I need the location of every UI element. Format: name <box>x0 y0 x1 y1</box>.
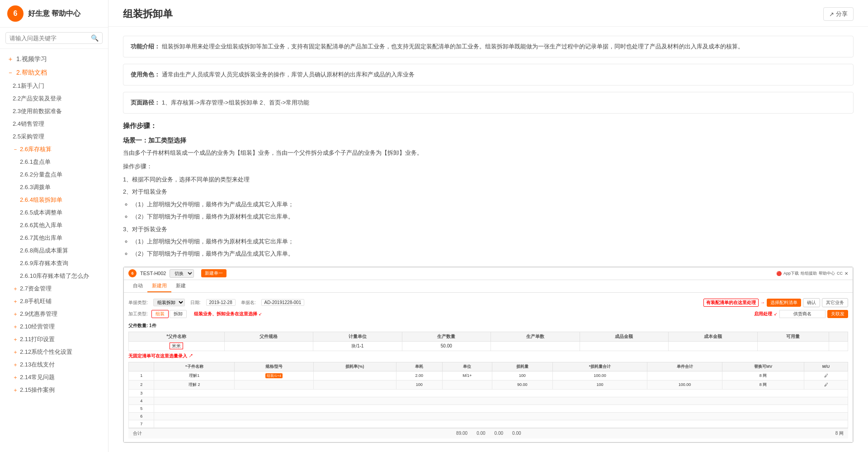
step2: 2、对于组装业务 <box>123 186 854 197</box>
page-title: 组装拆卸单 <box>123 7 173 21</box>
mock-btn-action[interactable]: 其它业务 <box>822 298 848 307</box>
mock-tab-auto[interactable]: 自动 <box>128 280 147 292</box>
main-content: 组装拆卸单 ↗ 分享 功能介绍： 组装拆卸单用来处理企业组装或拆卸等加工业务，支… <box>108 0 868 452</box>
step3-2: （2）下部明细为子件明细，最终作为产成品生成其它入库单。 <box>132 248 854 259</box>
step2-sub: （1）上部明细为父件明细，最终作为产成品生成其它入库单； （2）下部明细为子件明… <box>132 199 854 222</box>
mock-title: TEST-H002 <box>140 271 166 276</box>
mock-main-table-label: 父件数量: 1件 <box>128 323 848 329</box>
table-row: 米米 块/1-1 50.00 <box>129 341 848 351</box>
mock-sure-btn[interactable]: 关联发 <box>827 310 848 318</box>
step3-sub: （1）上部明细为父件明细，最终作为原材料生成其它出库单； （2）下部明细为子件明… <box>132 236 854 259</box>
content-area: 功能介绍： 组装拆卸单用来处理企业组装或拆卸等加工业务，支持有固定装配清单的产品… <box>108 27 868 452</box>
table-row: 6 <box>129 412 848 420</box>
sidebar-item-doc-intro[interactable]: 2.1新手入门 <box>0 80 108 92</box>
sidebar-item-print[interactable]: ＋ 2.11打印设置 <box>0 333 108 346</box>
search-input[interactable] <box>9 35 91 42</box>
sidebar-item-doc-sales[interactable]: 2.4销售管理 <box>0 118 108 130</box>
sidebar-item-faq[interactable]: ＋ 2.14常见问题 <box>0 371 108 384</box>
mock-select[interactable]: 切换 <box>170 269 194 278</box>
step1: 1、根据不同的业务，选择不同单据的类型来处理 <box>123 174 854 185</box>
sidebar-item-otherout[interactable]: 2.6.7其他出库单 <box>0 232 108 244</box>
search-area: 🔍 <box>0 28 108 49</box>
scenario1-title: 场景一：加工类型选择 <box>123 137 854 145</box>
mock-btn-neworder[interactable]: 新建单一 <box>201 269 226 277</box>
sidebar-item-cases[interactable]: ＋ 2.15操作案例 <box>0 384 108 396</box>
sidebar-item-stockcount[interactable]: 2.6.1盘点单 <box>0 156 108 168</box>
path-text: 1、库存核算->库存管理->组装拆卸单 2、首页->常用功能 <box>162 99 310 106</box>
annotation-bom: 有装配清单的在这里处理 <box>703 299 759 307</box>
sidebar-item-doc-purchase[interactable]: 2.5采购管理 <box>0 130 108 143</box>
sidebar-item-payment[interactable]: ＋ 2.13在线支付 <box>0 358 108 371</box>
sidebar-item-splitcount[interactable]: 2.6.2分量盘点单 <box>0 168 108 181</box>
search-box[interactable]: 🔍 <box>5 32 103 44</box>
sidebar-item-costadj[interactable]: 2.6.5成本调整单 <box>0 206 108 219</box>
sidebar-item-assembly[interactable]: 2.6.4组装拆卸单 <box>0 194 108 206</box>
mock-titlebar: 6 TEST-H002 切换 新建单一 🔴 App下载 给组援助 帮助中心 CC <box>124 267 853 280</box>
function-intro-text: 组装拆卸单用来处理企业组装或拆卸等加工业务，支持有固定装配清单的产品加工业务，也… <box>162 43 744 50</box>
mock-tab-new[interactable]: 新建 <box>171 280 190 292</box>
mock-tabbar: 自动 新建用 新建 <box>124 280 853 293</box>
function-intro-label: 功能介绍： <box>131 43 160 50</box>
scenario1-ops: 操作步骤： <box>123 161 854 171</box>
mock-type-select[interactable]: 组装拆卸 <box>153 299 185 306</box>
sidebar: 6 好生意 帮助中心 🔍 ＋ 1.视频学习 － 2.帮助文档 2.1新手入门 2… <box>0 0 108 452</box>
mock-parent-table: *父件名称 父件规格 计量单位 生产数量 生产单数 成品金额 成本金额 可用量 <box>128 332 848 351</box>
path-label: 页面路径： <box>131 99 160 106</box>
step3: 3、对于拆装业务 <box>123 224 854 234</box>
table-row: 2 理解 2 100 90.00 100 100.00 8 网 🖊 <box>129 380 848 389</box>
mock-supplier-input: 供货商名 <box>779 310 826 318</box>
sidebar-item-finance[interactable]: ＋ 2.7资金管理 <box>0 282 108 295</box>
use-role-label: 使用角色： <box>131 71 160 78</box>
logo-text: 好生意 帮助中心 <box>28 9 80 19</box>
table-row: 3 <box>129 389 848 397</box>
sidebar-item-videos[interactable]: ＋ 1.视频学习 <box>0 52 108 66</box>
table-row: 5 <box>129 404 848 412</box>
sidebar-item-otherin[interactable]: 2.6.6其他入库单 <box>0 219 108 232</box>
mock-form-area: 单据类型: 组装拆卸 日期: 2019-12-28 单据名: AD-201912… <box>124 293 853 442</box>
logo-area: 6 好生意 帮助中心 <box>0 0 108 28</box>
mock-btn-confirm[interactable]: 确认 <box>803 298 820 307</box>
share-icon: ↗ <box>829 11 834 18</box>
collapse-icon: － <box>7 69 14 77</box>
mock-toolbar: 🔴 App下载 给组援助 帮助中心 CC ✕ <box>776 271 848 276</box>
mock-select-bom-btn[interactable]: 选择配料清单 <box>767 299 801 307</box>
annotation-fixed-qty: 无固定清单可在这里选量录入 ↗ <box>128 353 848 359</box>
sidebar-item-coupon[interactable]: ＋ 2.9优惠券管理 <box>0 308 108 320</box>
function-intro-block: 功能介绍： 组装拆卸单用来处理企业组装或拆卸等加工业务，支持有固定装配清单的产品… <box>123 36 854 57</box>
step2-2: （2）下部明细为子件明细，最终作为原材料生成其它出库单。 <box>132 211 854 222</box>
logo-icon: 6 <box>7 5 24 22</box>
mock-type-radio: 组装 拆卸 <box>151 310 187 318</box>
sidebar-item-doc-inventory[interactable]: － 2.6库存核算 <box>0 143 108 156</box>
parent-item-cell: 米米 <box>170 343 183 349</box>
annotation-enable: 启用处理 <box>754 311 772 317</box>
mock-logo-icon: 6 <box>128 269 137 277</box>
nav-tree: ＋ 1.视频学习 － 2.帮助文档 2.1新手入门 2.2产品安装及登录 2.3… <box>0 49 108 452</box>
scenario1-desc: 当由多个子件材料组装成一个成品的业务为【组装】业务，当由一个父件拆分成多个子产品… <box>123 147 854 158</box>
sidebar-item-stockcheck[interactable]: 2.6.9库存账本查询 <box>0 257 108 270</box>
sidebar-item-docs[interactable]: － 2.帮助文档 <box>0 66 108 80</box>
mock-child-table: *子件名称 规格/型号 损耗率(%) 单耗 单位 损耗量 *损耗量合计 单件合计… <box>128 362 848 428</box>
sidebar-item-adjust[interactable]: 2.6.3调拨单 <box>0 181 108 194</box>
sidebar-item-ops[interactable]: ＋ 2.10经营管理 <box>0 320 108 333</box>
mock-date: 2019-12-28 <box>206 299 236 306</box>
sidebar-item-doc-install[interactable]: 2.2产品安装及登录 <box>0 92 108 105</box>
search-icon[interactable]: 🔍 <box>91 34 99 42</box>
sidebar-item-costcalc[interactable]: 2.6.8商品成本重算 <box>0 244 108 257</box>
mock-docno: AD-20191228-001 <box>261 299 305 306</box>
step2-1: （1）上部明细为父件明细，最终作为产成品生成其它入库单； <box>132 199 854 209</box>
table-row: 7 <box>129 420 848 428</box>
sub-collapse-icon: － <box>13 146 18 153</box>
sidebar-item-accounterr[interactable]: 2.6.10库存账本错了怎么办 <box>0 270 108 282</box>
share-button[interactable]: ↗ 分享 <box>823 7 854 21</box>
mock-app: 6 TEST-H002 切换 新建单一 🔴 App下载 给组援助 帮助中心 CC <box>123 267 853 442</box>
screenshot-container: 6 TEST-H002 切换 新建单一 🔴 App下载 给组援助 帮助中心 CC <box>123 266 854 443</box>
steps-list: 1、根据不同的业务，选择不同单据的类型来处理 2、对于组装业务 （1）上部明细为… <box>123 174 854 259</box>
path-block: 页面路径： 1、库存核算->库存管理->组装拆卸单 2、首页->常用功能 <box>123 92 854 114</box>
sidebar-item-mobile[interactable]: ＋ 2.8手机旺铺 <box>0 295 108 308</box>
step3-1: （1）上部明细为父件明细，最终作为原材料生成其它出库单； <box>132 236 854 247</box>
mock-tab-newuse[interactable]: 新建用 <box>147 280 171 292</box>
use-role-block: 使用角色： 通常由生产人员或库管人员完成拆装业务的操作，库管人员确认原材料的出库… <box>123 64 854 86</box>
sidebar-item-config[interactable]: ＋ 2.12系统个性化设置 <box>0 346 108 358</box>
expand-icon: ＋ <box>7 55 14 63</box>
sidebar-item-doc-data[interactable]: 2.3使用前数据准备 <box>0 105 108 118</box>
